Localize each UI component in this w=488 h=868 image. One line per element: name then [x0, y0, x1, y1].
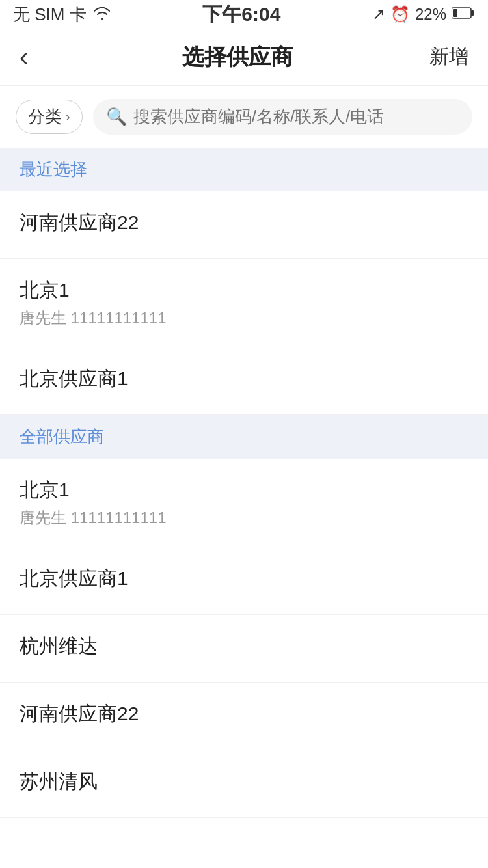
- back-button[interactable]: ‹: [20, 42, 59, 72]
- status-time: 下午6:04: [202, 1, 280, 28]
- sim-status: 无 SIM 卡: [13, 3, 87, 26]
- supplier-name: 河南供应商22: [20, 210, 468, 236]
- chevron-right-icon: ›: [66, 109, 70, 124]
- supplier-name: 北京1: [20, 277, 468, 304]
- section-header-recent: 最近选择: [0, 148, 488, 191]
- supplier-name: 苏州清风: [20, 768, 468, 795]
- supplier-item[interactable]: 苏州清风: [0, 750, 488, 818]
- wifi-icon: [93, 5, 111, 25]
- svg-rect-1: [471, 10, 474, 16]
- supplier-item[interactable]: 河南供应商22: [0, 191, 488, 259]
- supplier-name: 北京1: [20, 477, 468, 504]
- supplier-name: 河南供应商22: [20, 701, 468, 727]
- supplier-name: 杭州维达: [20, 633, 468, 660]
- supplier-name: 北京供应商1: [20, 565, 468, 592]
- status-bar: 无 SIM 卡 下午6:04 ↗ ⏰ 22%: [0, 0, 488, 29]
- battery-level: 22%: [415, 5, 446, 23]
- status-left: 无 SIM 卡: [13, 3, 111, 26]
- supplier-item[interactable]: 河南供应商22: [0, 683, 488, 750]
- search-input-wrap[interactable]: 🔍: [93, 99, 472, 135]
- search-icon: 🔍: [106, 107, 127, 127]
- supplier-item[interactable]: 北京供应商1: [0, 347, 488, 415]
- add-button[interactable]: 新增: [416, 44, 468, 70]
- battery-icon: [452, 5, 475, 23]
- search-bar: 分类 › 🔍: [0, 86, 488, 148]
- supplier-item[interactable]: 北京供应商1: [0, 547, 488, 615]
- supplier-list-all: 北京1唐先生 11111111111北京供应商1杭州维达河南供应商22苏州清风: [0, 459, 488, 818]
- search-input[interactable]: [133, 107, 459, 127]
- category-label: 分类: [28, 105, 62, 128]
- supplier-list-recent: 河南供应商22北京1唐先生 11111111111北京供应商1: [0, 191, 488, 415]
- supplier-item[interactable]: 北京1唐先生 11111111111: [0, 459, 488, 547]
- alarm-icon: ⏰: [390, 5, 410, 23]
- nav-bar: ‹ 选择供应商 新增: [0, 29, 488, 86]
- supplier-contact: 唐先生 11111111111: [20, 308, 468, 329]
- supplier-item[interactable]: 杭州维达: [0, 615, 488, 683]
- supplier-name: 北京供应商1: [20, 366, 468, 392]
- location-icon: ↗: [372, 5, 385, 23]
- page-title: 选择供应商: [182, 42, 293, 72]
- section-header-all: 全部供应商: [0, 415, 488, 459]
- category-filter-button[interactable]: 分类 ›: [16, 100, 83, 134]
- supplier-contact: 唐先生 11111111111: [20, 508, 468, 528]
- svg-rect-2: [453, 9, 457, 17]
- supplier-list-container: 最近选择河南供应商22北京1唐先生 11111111111北京供应商1全部供应商…: [0, 148, 488, 818]
- supplier-item[interactable]: 北京1唐先生 11111111111: [0, 259, 488, 347]
- status-right: ↗ ⏰ 22%: [372, 5, 475, 23]
